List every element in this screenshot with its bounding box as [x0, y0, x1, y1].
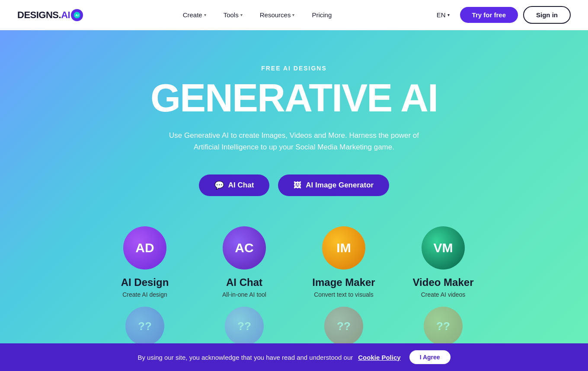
language-selector[interactable]: EN ▾ [431, 8, 455, 22]
logo-badge: AI [71, 9, 83, 21]
product-avatar-r2-3: ?? [324, 307, 363, 346]
product-desc-vm: Create AI videos [421, 291, 466, 298]
chat-icon: 💬 [214, 181, 224, 190]
product-ai-design[interactable]: AD AI Design Create AI design [106, 226, 184, 298]
nav-links: Create ▾ Tools ▾ Resources ▾ Pricing [176, 8, 339, 22]
product-ai-chat[interactable]: AC AI Chat All-in-one AI tool [205, 226, 283, 298]
product-name-ad: AI Design [121, 276, 169, 289]
navbar: DESIGNS.AI AI Create ▾ Tools ▾ Resources… [0, 0, 588, 30]
chevron-down-icon: ▾ [240, 13, 243, 17]
product-avatar-im: IM [322, 226, 365, 270]
product-grid: AD AI Design Create AI design AC AI Chat… [106, 226, 482, 298]
hero-tag: FREE AI DESIGNS [261, 65, 327, 72]
chevron-down-icon: ▾ [447, 13, 450, 17]
nav-right: EN ▾ Try for free Sign in [431, 6, 571, 24]
cookie-policy-link[interactable]: Cookie Policy [358, 354, 400, 361]
product-name-ac: AI Chat [226, 276, 262, 289]
hero-title: GENERATIVE AI [150, 79, 438, 117]
product-avatar-ac: AC [223, 226, 266, 270]
product-image-maker[interactable]: IM Image Maker Convert text to visuals [305, 226, 383, 298]
product-avatar-r2-2: ?? [225, 307, 264, 346]
cookie-banner: By using our site, you acknowledge that … [0, 343, 588, 371]
logo[interactable]: DESIGNS.AI AI [17, 9, 83, 21]
product-name-vm: Video Maker [413, 276, 474, 289]
sign-in-button[interactable]: Sign in [523, 6, 571, 24]
product-video-maker[interactable]: VM Video Maker Create AI videos [404, 226, 482, 298]
nav-create[interactable]: Create ▾ [176, 8, 213, 22]
nav-pricing[interactable]: Pricing [305, 8, 339, 22]
cookie-text: By using our site, you acknowledge that … [137, 354, 353, 361]
ai-image-generator-button[interactable]: 🖼 AI Image Generator [278, 174, 389, 196]
chevron-down-icon: ▾ [292, 13, 294, 17]
product-desc-ac: All-in-one AI tool [222, 291, 266, 298]
hero-buttons: 💬 AI Chat 🖼 AI Image Generator [199, 174, 389, 196]
hero-section: FREE AI DESIGNS GENERATIVE AI Use Genera… [0, 30, 588, 371]
product-avatar-ad: AD [123, 226, 166, 270]
nav-tools[interactable]: Tools ▾ [217, 8, 249, 22]
product-desc-ad: Create AI design [122, 291, 167, 298]
cookie-agree-button[interactable]: I Agree [409, 350, 451, 364]
product-desc-im: Convert text to visuals [314, 291, 374, 298]
product-avatar-r2-1: ?? [125, 307, 164, 346]
product-avatar-r2-4: ?? [424, 307, 463, 346]
image-icon: 🖼 [294, 181, 301, 190]
nav-resources[interactable]: Resources ▾ [253, 8, 302, 22]
svg-text:AI: AI [75, 13, 79, 17]
product-name-im: Image Maker [312, 276, 375, 289]
chevron-down-icon: ▾ [204, 13, 206, 17]
product-avatar-vm: VM [422, 226, 465, 270]
ai-icon: AI [73, 11, 81, 19]
try-for-free-button[interactable]: Try for free [460, 7, 518, 23]
ai-chat-button[interactable]: 💬 AI Chat [199, 174, 270, 196]
logo-text: DESIGNS.AI [17, 10, 70, 21]
hero-subtitle: Use Generative AI to create Images, Vide… [164, 130, 424, 153]
